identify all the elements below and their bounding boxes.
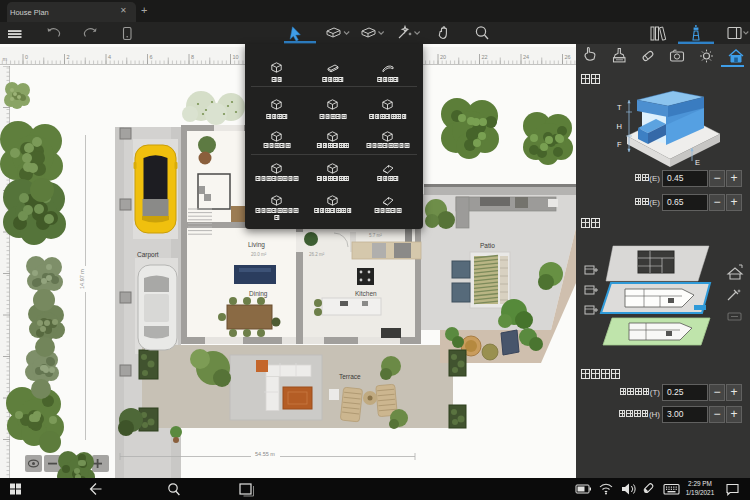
svg-text:Kitchen: Kitchen bbox=[355, 290, 377, 297]
svg-text:14.97 m: 14.97 m bbox=[79, 269, 85, 289]
svg-text:54.55 m: 54.55 m bbox=[255, 451, 275, 457]
svg-text:Living: Living bbox=[248, 241, 265, 249]
svg-text:Terrace: Terrace bbox=[339, 373, 361, 380]
svg-text:5.7 m²: 5.7 m² bbox=[369, 233, 382, 238]
svg-text:F: F bbox=[617, 140, 622, 149]
svg-text:Carport: Carport bbox=[137, 251, 159, 259]
svg-text:20.0 m²: 20.0 m² bbox=[251, 252, 267, 257]
svg-text:H: H bbox=[617, 122, 622, 131]
svg-text:Dining: Dining bbox=[249, 290, 268, 298]
svg-text:Patio: Patio bbox=[480, 242, 495, 249]
svg-text:E: E bbox=[695, 158, 700, 167]
svg-text:26.2 m²: 26.2 m² bbox=[309, 252, 325, 257]
svg-text:T: T bbox=[617, 103, 622, 112]
